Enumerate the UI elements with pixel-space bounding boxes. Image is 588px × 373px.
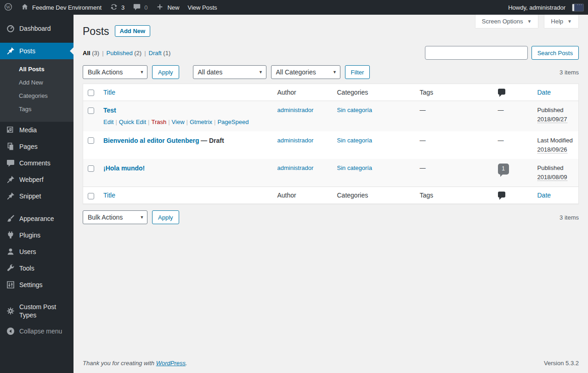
wordpress-logo-button[interactable]: W: [0, 0, 17, 15]
site-name-link[interactable]: Feedme Dev Environment: [17, 0, 106, 15]
sidebar-item-settings[interactable]: Settings: [0, 277, 74, 293]
sidebar-item-dashboard[interactable]: Dashboard: [0, 20, 74, 37]
action-separator: |: [148, 119, 149, 125]
author-link[interactable]: administrador: [277, 164, 314, 171]
site-name-label: Feedme Dev Environment: [32, 4, 102, 11]
submenu-item-categories[interactable]: Categories: [0, 89, 74, 102]
row-action-trash[interactable]: Trash: [151, 119, 166, 125]
sidebar-item-label: Appearance: [19, 215, 54, 223]
sidebar-item-webperf[interactable]: Webperf: [0, 171, 74, 188]
sort-by-title-bottom[interactable]: Title: [103, 192, 115, 199]
sidebar-item-pages[interactable]: Pages: [0, 138, 74, 155]
footer-thanks: Thank you for creating with WordPress.: [83, 360, 187, 367]
page-title: Posts: [83, 25, 109, 38]
filter-label: All: [83, 50, 90, 57]
dashboard-icon: [6, 24, 15, 33]
sidebar-item-comments[interactable]: Comments: [0, 155, 74, 171]
no-comments: —: [498, 137, 504, 144]
category-link[interactable]: Sin categoría: [337, 137, 373, 144]
post-row: Bienvenido al editor Gutenberg — Draftad…: [83, 131, 579, 159]
plus-icon: [156, 3, 164, 12]
items-count-bottom: 3 items: [560, 214, 579, 221]
pushpin-icon: [6, 192, 15, 201]
comments-indicator[interactable]: 0: [129, 0, 152, 15]
sidebar-item-appearance[interactable]: Appearance: [0, 210, 74, 227]
view-posts-link[interactable]: View Posts: [184, 0, 221, 15]
select-all-checkbox-bottom[interactable]: [88, 193, 94, 199]
row-action-pagespeed[interactable]: PageSpeed: [217, 119, 249, 125]
updates-indicator[interactable]: 3: [106, 0, 129, 15]
filter-draft[interactable]: Draft (1): [149, 50, 171, 57]
howdy-label: Howdy, administrador: [508, 4, 565, 11]
post-title-link[interactable]: Test: [103, 107, 116, 114]
screen-options-label: Screen Options: [482, 18, 523, 25]
new-content-menu[interactable]: New: [152, 0, 183, 15]
sidebar-item-media[interactable]: Media: [0, 122, 74, 138]
row-action-quick-edit[interactable]: Quick Edit: [119, 119, 146, 125]
sidebar-item-tools[interactable]: Tools: [0, 260, 74, 277]
filter-published[interactable]: Published (2): [107, 50, 142, 57]
select-all-checkbox[interactable]: [88, 90, 94, 96]
posts-table: Title Author Categories Tags Date TestEd…: [83, 84, 579, 204]
author-link[interactable]: administrador: [277, 137, 314, 144]
filter-all[interactable]: All (3): [83, 50, 99, 57]
row-checkbox[interactable]: [88, 165, 94, 172]
tablenav-top: Bulk Actions ▼ Apply All dates ▼ All Cat…: [83, 65, 579, 79]
comment-count-bubble[interactable]: 1: [498, 164, 509, 175]
submenu-item-all-posts[interactable]: All Posts: [0, 62, 74, 76]
search-input[interactable]: [425, 46, 528, 60]
sort-by-title[interactable]: Title: [103, 89, 115, 96]
sidebar-item-posts[interactable]: Posts: [0, 43, 74, 59]
post-title-link[interactable]: ¡Hola mundo!: [103, 164, 145, 172]
wordpress-link[interactable]: WordPress: [156, 360, 186, 367]
bulk-actions-value: Bulk Actions: [88, 68, 123, 76]
row-checkbox[interactable]: [88, 107, 94, 114]
status-filter-links: All (3)|Published (2)|Draft (1): [83, 50, 170, 57]
date-value: 2018/09/26: [537, 146, 567, 153]
submenu-item-tags[interactable]: Tags: [0, 102, 74, 116]
tags-column-footer: Tags: [415, 187, 493, 204]
chevron-down-icon: ▼: [567, 19, 572, 24]
categories-filter-select[interactable]: All Categories ▼: [271, 65, 340, 79]
sort-by-date-bottom[interactable]: Date: [537, 192, 551, 199]
search-posts-button[interactable]: Search Posts: [531, 46, 579, 60]
sidebar-item-plugins[interactable]: Plugins: [0, 227, 74, 243]
filter-count: (2): [134, 50, 141, 57]
menu-separator: [0, 37, 74, 43]
sidebar-item-label: Collapse menu: [19, 327, 62, 335]
plugins-icon: [6, 231, 15, 240]
submenu-item-add-new[interactable]: Add New: [0, 76, 74, 89]
sidebar-item-collapse-menu[interactable]: Collapse menu: [0, 323, 74, 339]
post-title-link[interactable]: Bienvenido al editor Gutenberg: [103, 137, 199, 144]
sidebar-item-users[interactable]: Users: [0, 243, 74, 260]
users-icon: [6, 247, 15, 256]
bulk-actions-select[interactable]: Bulk Actions ▼: [83, 65, 147, 79]
category-link[interactable]: Sin categoría: [337, 107, 373, 113]
help-tab[interactable]: Help ▼: [544, 15, 579, 28]
apply-button-bottom[interactable]: Apply: [152, 210, 179, 224]
gear-icon: [6, 306, 15, 316]
bulk-actions-select-bottom[interactable]: Bulk Actions ▼: [83, 210, 147, 224]
my-account-menu[interactable]: Howdy, administrador: [504, 0, 588, 15]
author-column-footer: Author: [273, 187, 333, 204]
row-checkbox[interactable]: [88, 137, 94, 144]
author-link[interactable]: administrador: [277, 107, 314, 113]
sidebar-item-custom-post-types[interactable]: Custom Post Types: [0, 299, 74, 323]
sidebar-item-snippet[interactable]: Snippet: [0, 188, 74, 204]
sidebar-item-label: Snippet: [19, 192, 41, 200]
categories-column-footer: Categories: [333, 187, 415, 204]
select-arrow-icon: ▼: [137, 66, 147, 79]
apply-button[interactable]: Apply: [152, 65, 179, 79]
category-link[interactable]: Sin categoría: [337, 164, 373, 171]
filter-label[interactable]: Published: [107, 50, 133, 57]
sort-by-date[interactable]: Date: [537, 89, 551, 96]
screen-options-tab[interactable]: Screen Options ▼: [475, 15, 539, 28]
add-new-button[interactable]: Add New: [115, 25, 151, 37]
filter-button[interactable]: Filter: [345, 65, 370, 79]
row-action-view[interactable]: View: [172, 119, 185, 125]
row-action-gtmetrix[interactable]: Gtmetrix: [190, 119, 212, 125]
dates-filter-select[interactable]: All dates ▼: [193, 65, 266, 79]
wordpress-logo-icon: W: [4, 3, 12, 12]
row-action-edit[interactable]: Edit: [103, 119, 113, 125]
filter-label[interactable]: Draft: [149, 50, 162, 57]
